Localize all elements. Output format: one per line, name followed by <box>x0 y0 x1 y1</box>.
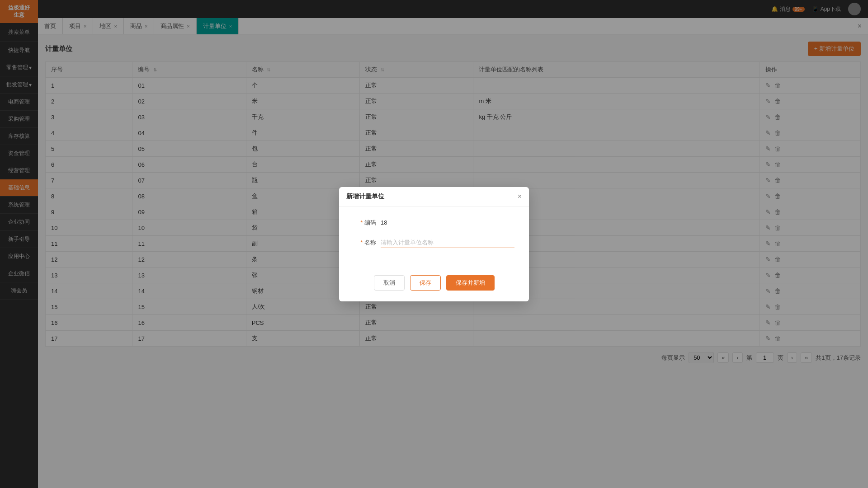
add-unit-modal: 新增计量单位 × 编码 名称 取消 保存 保存并新增 <box>339 187 529 301</box>
code-label: 编码 <box>354 219 376 227</box>
save-button[interactable]: 保存 <box>410 275 441 291</box>
save-add-button[interactable]: 保存并新增 <box>446 275 495 291</box>
name-input[interactable] <box>381 237 514 248</box>
modal-overlay[interactable]: 新增计量单位 × 编码 名称 取消 保存 保存并新增 <box>0 0 868 488</box>
modal-title: 新增计量单位 <box>346 192 384 201</box>
code-input[interactable] <box>381 217 514 228</box>
modal-close-button[interactable]: × <box>518 192 522 201</box>
modal-footer: 取消 保存 保存并新增 <box>339 268 529 301</box>
form-row-code: 编码 <box>354 217 514 228</box>
form-row-name: 名称 <box>354 237 514 248</box>
modal-header: 新增计量单位 × <box>339 187 529 206</box>
modal-body: 编码 名称 <box>339 206 529 268</box>
cancel-button[interactable]: 取消 <box>374 275 405 291</box>
name-label: 名称 <box>354 239 376 247</box>
